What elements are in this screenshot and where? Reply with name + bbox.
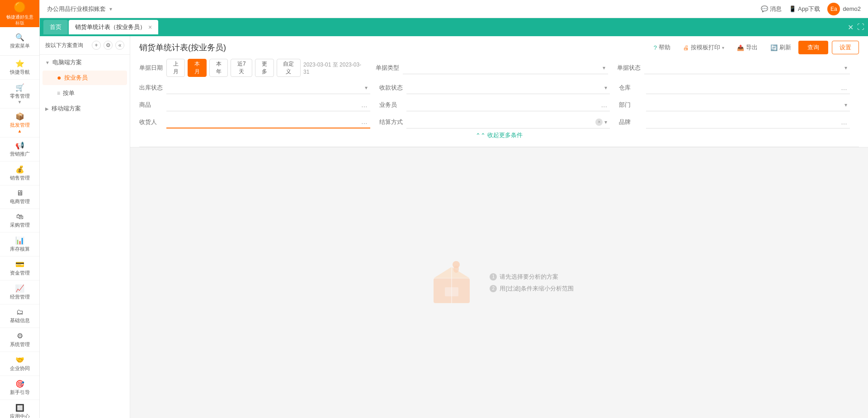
filter-area: 单据日期 上月 本月 本年 近7天 更多 自定义 2023-03-01 至 20… <box>139 59 859 147</box>
sidebar-item-marketing[interactable]: 📢 营销推广 <box>0 138 39 162</box>
warehouse-dots-icon[interactable]: … <box>841 84 847 91</box>
date-btn-more[interactable]: 更多 <box>255 59 274 77</box>
warehouse-field[interactable]: … <box>646 81 850 94</box>
export-btn[interactable]: 📤 导出 <box>733 42 761 53</box>
goods-field[interactable]: … <box>166 99 370 111</box>
settlement-clear-icon[interactable]: × <box>595 119 603 126</box>
collapse-label: 收起更多条件 <box>487 131 523 139</box>
consignee-dots-icon[interactable]: … <box>361 118 368 125</box>
sidebar-item-label: 电商管理 <box>10 198 30 205</box>
date-btn-thisyear[interactable]: 本年 <box>209 59 228 77</box>
out-status-dropdown-icon[interactable]: ▾ <box>365 85 368 91</box>
sidebar-item-shortcut[interactable]: ⭐ 快捷导航 <box>0 56 39 80</box>
enterprise-icon: 🤝 <box>15 356 24 364</box>
scheme-sub-label: 按业务员 <box>64 74 88 82</box>
active-scheme-icon: ● <box>57 74 61 82</box>
receipt-status-label: 收款状态 <box>379 84 406 92</box>
query-button[interactable]: 查询 <box>798 41 828 54</box>
date-btn-custom[interactable]: 自定义 <box>277 59 301 77</box>
user-menu[interactable]: Ea demo2 <box>827 3 861 15</box>
close-tab-icon[interactable]: × <box>148 24 152 31</box>
brand-field[interactable]: … <box>646 116 850 128</box>
tab-home[interactable]: 首页 <box>43 20 68 34</box>
collapse-filter-btn[interactable]: ⌃⌃ 收起更多条件 <box>139 128 859 142</box>
chevron-down-icon: ▼ <box>18 100 22 104</box>
add-scheme-btn[interactable]: + <box>92 41 101 50</box>
sidebar-item-guide[interactable]: 🎯 新手引导 <box>0 376 39 400</box>
sidebar-item-retail[interactable]: 🛒 零售管理 ▼ <box>0 80 39 109</box>
maximize-btn[interactable]: ⛶ <box>857 23 864 31</box>
salesperson-field[interactable]: … <box>406 99 610 111</box>
sidebar-item-system[interactable]: ⚙ 系统管理 <box>0 328 39 352</box>
scheme-sub-salesperson[interactable]: ● 按业务员 <box>42 71 127 85</box>
print-dropdown-icon[interactable]: ▾ <box>722 45 724 50</box>
receipt-status-dropdown-icon[interactable]: ▾ <box>604 85 607 91</box>
content-area: 按以下方案查询 + ⚙ « ▼ 电脑端方案 ● 按业务员 ≡ 按单 <box>40 36 868 418</box>
receipt-status-field[interactable]: ▾ <box>406 81 610 94</box>
doc-status-field[interactable]: ▾ <box>644 62 850 74</box>
date-btn-7days[interactable]: 近7天 <box>231 59 252 77</box>
settlement-dropdown-icon[interactable]: ▾ <box>604 119 607 125</box>
sidebar-item-wholesale[interactable]: 📦 批发管理 ▲ <box>0 109 39 138</box>
message-btn[interactable]: 💬 消息 <box>761 5 782 13</box>
department-dropdown-icon[interactable]: ▾ <box>844 102 847 108</box>
page-title-row: 销货单统计表(按业务员) ? 帮助 🖨 按模板打印 ▾ <box>139 41 859 54</box>
salesperson-dots-icon[interactable]: … <box>601 101 607 109</box>
sidebar-item-label: 零售管理 <box>10 93 30 100</box>
refresh-btn[interactable]: 🔄 刷新 <box>767 42 795 53</box>
sidebar-item-label: 库存核算 <box>10 246 30 252</box>
sidebar-item-purchase[interactable]: 🛍 采购管理 <box>0 209 39 233</box>
settings-button[interactable]: 设置 <box>832 41 859 54</box>
sidebar-item-sales[interactable]: 💰 销售管理 <box>0 162 39 185</box>
doc-status-dropdown-icon[interactable]: ▾ <box>844 65 847 71</box>
search-menu-btn[interactable]: 🔍 搜索菜单 <box>8 31 32 52</box>
app-title: 畅捷通好生意 <box>6 14 33 20</box>
settlement-field[interactable]: × ▾ <box>406 116 610 128</box>
app-download-btn[interactable]: 📱 App下载 <box>789 5 820 13</box>
close-window-btn[interactable]: ✕ <box>848 23 854 32</box>
date-btn-thismonth[interactable]: 本月 <box>188 59 206 77</box>
sidebar-item-base[interactable]: 🗂 基础信息 <box>0 304 39 328</box>
print-btn[interactable]: 🖨 按模板打印 ▾ <box>679 42 728 53</box>
scheme-group-mobile[interactable]: ▶ 移动端方案 <box>40 101 130 116</box>
home-tab-label: 首页 <box>50 23 61 31</box>
consignee-field[interactable]: … <box>166 116 370 128</box>
doc-type-dropdown-icon[interactable]: ▾ <box>603 65 605 71</box>
sidebar-item-operation[interactable]: 📈 经营管理 <box>0 280 39 304</box>
scheme-sub-order[interactable]: ≡ 按单 <box>42 86 127 100</box>
sidebar: 🟠 畅捷通好生意 标版 🔍 搜索菜单 ⭐ 快捷导航 🛒 零售管理 ▼ 📦 批发管… <box>0 0 40 418</box>
industry-dropdown-icon[interactable]: ▾ <box>109 6 112 12</box>
empty-illustration <box>425 256 479 310</box>
tip-text-2: 用[过滤]条件来缩小分析范围 <box>500 283 573 294</box>
goods-dots-icon[interactable]: … <box>361 101 368 109</box>
collapse-scheme-btn[interactable]: « <box>115 41 124 50</box>
date-btn-lastmonth[interactable]: 上月 <box>166 59 185 77</box>
sidebar-item-inventory[interactable]: 📊 库存核算 <box>0 233 39 256</box>
out-status-field[interactable]: ▾ <box>166 81 370 94</box>
shortcut-icon: ⭐ <box>15 59 24 68</box>
avatar: Ea <box>827 3 840 15</box>
brand-dots-icon[interactable]: … <box>841 119 847 126</box>
doc-type-field[interactable]: ▾ <box>403 62 609 74</box>
sidebar-item-enterprise[interactable]: 🤝 企业协同 <box>0 352 39 376</box>
tab-salereport[interactable]: 销货单统计表（按业务员） × <box>69 20 158 34</box>
doc-status-label: 单据状态 <box>617 64 644 72</box>
settings-scheme-btn[interactable]: ⚙ <box>104 41 113 50</box>
inventory-icon: 📊 <box>15 236 24 245</box>
scheme-group-pc[interactable]: ▼ 电脑端方案 <box>40 55 130 70</box>
search-icon: 🔍 <box>15 33 24 42</box>
industry-label: 办公用品行业模拟账套 <box>47 5 106 13</box>
ecommerce-icon: 🖥 <box>16 189 24 197</box>
scheme-arrow-icon: ▼ <box>45 60 50 65</box>
sidebar-item-label: 营销推广 <box>10 151 30 157</box>
department-field[interactable]: ▾ <box>646 99 850 111</box>
sidebar-item-apps[interactable]: 🔲 应用中心 <box>0 400 39 418</box>
svg-point-6 <box>453 266 459 273</box>
svg-rect-4 <box>445 287 458 296</box>
scheme-actions: + ⚙ « <box>92 41 124 50</box>
tip-num-2: 2 <box>490 285 497 292</box>
download-icon: 📱 <box>789 5 796 12</box>
help-btn[interactable]: ? 帮助 <box>650 42 674 53</box>
sidebar-item-ecommerce[interactable]: 🖥 电商管理 <box>0 185 39 209</box>
sidebar-item-finance[interactable]: 💳 资金管理 <box>0 256 39 280</box>
